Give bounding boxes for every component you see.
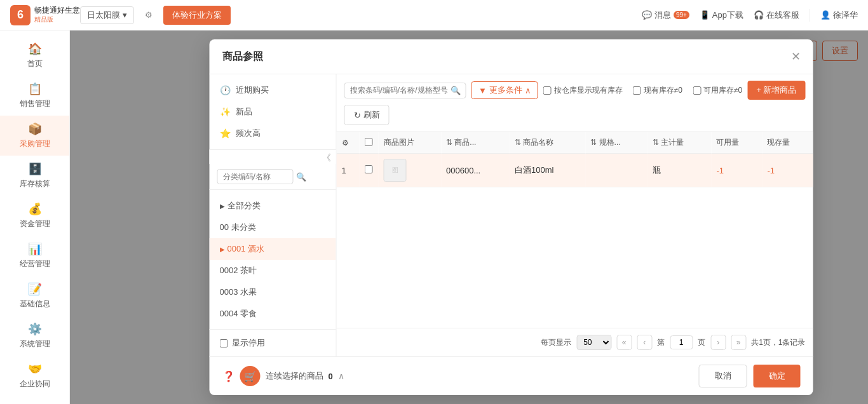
filter-icon: ▼ xyxy=(478,86,487,95)
finance-icon: 💰 xyxy=(28,202,42,216)
nonzero-stock-input[interactable] xyxy=(633,86,641,95)
store-name: 日太阳膜 xyxy=(87,10,120,21)
sidebar-item-enterprise[interactable]: 🤝 企业协同 xyxy=(0,356,69,396)
sidebar-item-operations[interactable]: 📊 经营管理 xyxy=(0,236,69,276)
category-snack[interactable]: 0004 零食 xyxy=(210,303,336,325)
frequent-item[interactable]: ⭐ 频次高 xyxy=(210,123,336,144)
recent-purchase-item[interactable]: 🕐 近期购买 xyxy=(210,79,336,101)
collapse-panel-button[interactable]: 《 xyxy=(210,150,336,164)
row-stock: -1 xyxy=(762,154,813,187)
available-nonzero-input[interactable] xyxy=(693,86,701,95)
app-name: 畅捷通好生意 xyxy=(34,6,80,16)
nav-divider xyxy=(810,9,810,22)
new-product-item[interactable]: ✨ 新品 xyxy=(210,101,336,123)
collapse-icon: ∧ xyxy=(525,86,531,95)
sidebar-item-label: 系统管理 xyxy=(20,339,50,349)
modal-close-button[interactable]: ✕ xyxy=(791,50,801,64)
warehouse-stock-input[interactable] xyxy=(543,86,552,95)
settings-icon[interactable]: ⚙ xyxy=(139,6,158,25)
main-layout: 🏠 首页 📋 销售管理 📦 采购管理 🗄️ 库存核算 💰 资金管理 📊 经营管理… xyxy=(0,30,868,404)
search-icon[interactable]: 🔍 xyxy=(451,86,461,95)
nonzero-stock-checkbox[interactable]: 现有库存≠0 xyxy=(633,85,682,96)
cart-button[interactable]: 🛒 xyxy=(240,366,261,386)
table-scroll[interactable]: ⚙ 商品图片 xyxy=(337,132,813,187)
app-sub: 精品版 xyxy=(34,15,80,24)
sidebar-item-system[interactable]: ⚙️ 系统管理 xyxy=(0,316,69,356)
sidebar-item-finance[interactable]: 💰 资金管理 xyxy=(0,196,69,236)
operations-icon: 📊 xyxy=(28,242,42,256)
col-spec[interactable]: ⇅ 规格... xyxy=(585,132,648,154)
sidebar-item-guide[interactable]: 📖 新手引导 xyxy=(0,396,69,404)
category-liquor[interactable]: ▶ 0001 酒水 xyxy=(210,238,336,260)
next-page-button[interactable]: › xyxy=(710,335,726,350)
row-image: 图 xyxy=(379,154,442,187)
headset-icon: 🎧 xyxy=(754,10,764,20)
category-search-icon[interactable]: 🔍 xyxy=(296,172,306,182)
refresh-label: 刷新 xyxy=(363,109,380,121)
customer-service-button[interactable]: 🎧 在线客服 xyxy=(754,10,799,21)
category-fruit[interactable]: 0003 水果 xyxy=(210,281,336,303)
prev-page-button[interactable]: ‹ xyxy=(637,335,652,350)
col-code[interactable]: ⇅ 商品... xyxy=(441,132,510,154)
select-all-checkbox[interactable] xyxy=(365,138,373,146)
sidebar-item-label: 资金管理 xyxy=(20,219,50,229)
filter-button[interactable]: ▼ 更多条件 ∧ xyxy=(471,81,538,99)
cancel-button[interactable]: 取消 xyxy=(699,365,747,387)
app-label: App下载 xyxy=(712,10,743,21)
modal-footer: ❓ 🛒 连续选择的商品 0 ∧ 取消 确定 xyxy=(210,356,813,395)
row-name: 白酒100ml xyxy=(510,154,585,187)
available-nonzero-checkbox[interactable]: 可用库存≠0 xyxy=(693,85,742,96)
help-icon[interactable]: ❓ xyxy=(222,370,235,382)
category-uncategorized[interactable]: 00 未分类 xyxy=(210,217,336,238)
app-download-button[interactable]: 📱 App下载 xyxy=(700,10,743,21)
row-unit: 瓶 xyxy=(648,154,712,187)
top-nav: 6 畅捷通好生意 精品版 日太阳膜 ▾ ⚙ 体验行业方案 💬 消息 99+ 📱 … xyxy=(0,0,868,30)
filter-label: 更多条件 xyxy=(489,84,522,96)
user-avatar[interactable]: 👤 徐泽华 xyxy=(820,10,858,21)
col-available: 可用量 xyxy=(711,132,762,154)
per-page-select[interactable]: 50 100 xyxy=(576,335,611,350)
message-button[interactable]: 💬 消息 99+ xyxy=(642,10,689,21)
first-page-button[interactable]: « xyxy=(616,335,632,350)
category-beverage[interactable]: 0005 饮料 xyxy=(210,325,336,329)
sidebar-item-inventory[interactable]: 🗄️ 库存核算 xyxy=(0,156,69,196)
logo-area: 6 畅捷通好生意 精品版 xyxy=(10,5,80,25)
category-tea[interactable]: 0002 茶叶 xyxy=(210,260,336,281)
product-reference-modal: 商品参照 ✕ 🕐 近期购买 ✨ 新品 xyxy=(210,39,813,395)
refresh-button[interactable]: ↻ 刷新 xyxy=(344,105,390,125)
trial-button[interactable]: 体验行业方案 xyxy=(163,6,231,25)
show-disabled-input[interactable] xyxy=(220,339,228,347)
col-checkbox[interactable] xyxy=(360,132,379,154)
modal-title: 商品参照 xyxy=(222,50,263,64)
confirm-button[interactable]: 确定 xyxy=(754,365,801,387)
warehouse-stock-checkbox[interactable]: 按仓库显示现有库存 xyxy=(543,85,623,96)
sidebar-item-basic-info[interactable]: 📝 基础信息 xyxy=(0,276,69,316)
sidebar-item-home[interactable]: 🏠 首页 xyxy=(0,36,69,76)
enterprise-icon: 🤝 xyxy=(28,362,42,376)
collapse-footer-button[interactable]: ∧ xyxy=(338,371,344,381)
col-unit[interactable]: ⇅ 主计量 xyxy=(648,132,712,154)
warehouse-stock-label: 按仓库显示现有库存 xyxy=(554,85,623,96)
home-icon: 🏠 xyxy=(28,42,42,56)
col-name[interactable]: ⇅ 商品名称 xyxy=(510,132,585,154)
store-selector[interactable]: 日太阳膜 ▾ xyxy=(80,6,134,24)
row-checkbox[interactable] xyxy=(360,154,379,187)
add-product-button[interactable]: + 新增商品 xyxy=(747,81,805,100)
recent-purchase-label: 近期购买 xyxy=(236,84,269,96)
row-select-checkbox[interactable] xyxy=(365,165,373,173)
quick-nav: 🕐 近期购买 ✨ 新品 ⭐ 频次高 xyxy=(210,74,336,150)
category-search-input[interactable] xyxy=(217,169,294,184)
col-settings[interactable]: ⚙ xyxy=(337,132,360,154)
selected-label: 连续选择的商品 xyxy=(266,370,323,382)
nonzero-stock-label: 现有库存≠0 xyxy=(644,85,682,96)
sidebar-item-sales[interactable]: 📋 销售管理 xyxy=(0,76,69,116)
pagination: 每页显示 50 100 « ‹ 第 页 › » 共1页，1条记录 xyxy=(337,328,813,356)
show-disabled-checkbox[interactable]: 显示停用 xyxy=(220,337,265,349)
category-all[interactable]: ▶ 全部分类 xyxy=(210,195,336,217)
page-number-input[interactable] xyxy=(670,335,693,349)
sidebar-item-label: 经营管理 xyxy=(20,259,50,269)
table-row[interactable]: 1 图 xyxy=(337,154,813,187)
last-page-button[interactable]: » xyxy=(731,335,746,350)
product-search-input[interactable] xyxy=(350,86,448,95)
sidebar-item-purchase[interactable]: 📦 采购管理 xyxy=(0,116,69,156)
